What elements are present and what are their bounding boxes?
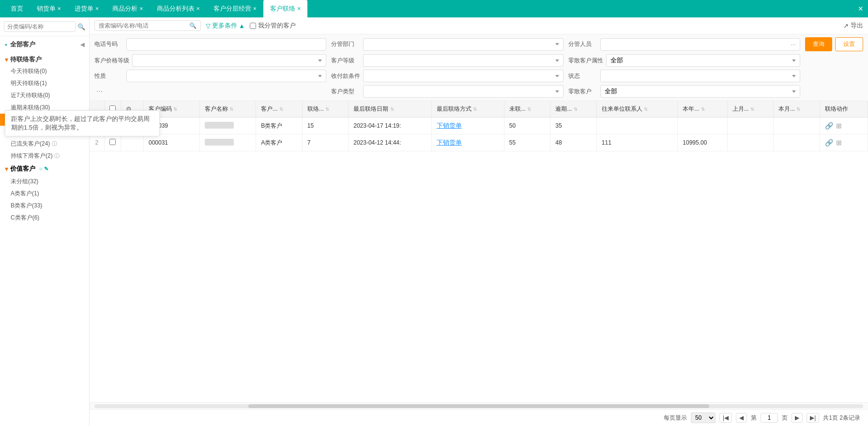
row-1-this-month [774,118,820,134]
dept-select[interactable] [363,38,563,51]
page-unit-label: 页 [782,414,788,422]
scattered-label: 零散客户 [568,88,597,96]
col-this-month[interactable]: 本月... ⇅ [774,101,820,118]
col-last-date[interactable]: 最后联络日期 ⇅ [349,101,431,118]
sidebar-item-churned[interactable]: 已流失客户(24) ⓘ [0,138,89,150]
price-level-select[interactable] [132,54,326,67]
nav-home[interactable]: 首页 [4,0,30,17]
row-2-link-icon[interactable]: 🔗 [825,139,833,147]
sidebar-item-today[interactable]: 今天待联络(0) [0,65,89,77]
cust-level-select[interactable] [363,54,563,67]
close-window-button[interactable]: × [858,4,863,14]
sidebar-all-customers[interactable]: ▪ 全部客户 ◀ [0,36,89,53]
pagination-bar: 每页显示 50 20 100 |◀ ◀ 第 页 ▶ ▶| 共1页 2条记录 [90,409,868,426]
nav-customer-contact[interactable]: 客户联络 × [263,0,307,17]
per-page-label: 每页显示 [664,414,687,422]
scrollbar-track [94,404,863,408]
more-dot-button[interactable]: ··· [94,87,105,96]
row-2-action-icons: 🔗 ⊞ [825,139,863,147]
row-2-last-way: 下销货单 [431,134,504,151]
horizontal-scrollbar[interactable] [90,402,868,409]
table-body: 1 000039 B类客户 15 2023-04-17 14:19: 下销货单 … [90,118,868,151]
sidebar-item-class-c[interactable]: C类客户(6) [0,212,89,224]
row-2-grid-icon[interactable]: ⊞ [836,139,842,147]
page-number-input[interactable] [761,413,778,423]
col-overdue[interactable]: 逾期... ⇅ [550,101,597,118]
sidebar-item-tomorrow[interactable]: 明天待联络(1) [0,77,89,89]
nav-sales[interactable]: 销货单 × [30,0,68,17]
phone-label: 电话号码 [94,40,123,48]
first-page-button[interactable]: |◀ [719,413,732,423]
filter-icon: ▽ [206,22,211,29]
row-2-overdue: 48 [550,134,597,151]
my-customers-checkbox[interactable] [250,23,256,29]
nature-select[interactable] [126,70,326,82]
cust-type-select[interactable] [363,85,563,98]
sidebar-search-input[interactable] [4,21,76,32]
nav-product-analysis-list[interactable]: 商品分析列表 × [150,0,207,17]
filter-row-2: 客户价格等级 客户等级 零散客户属性 全部 [94,54,863,67]
filter-rows: 电话号码 分管部门 分管人员 ··· 查询 设置 [90,34,868,101]
scattered-select[interactable]: 全部 [600,85,800,98]
row-1-link-icon[interactable]: 🔗 [825,122,833,130]
edit-group-icon[interactable]: ○ ✎ [39,166,48,172]
more-conditions-button[interactable]: ▽ 更多条件 ▲ [206,21,245,30]
status-select[interactable] [600,70,800,82]
sidebar-item-declining[interactable]: 持续下滑客户(2) ⓘ [0,150,89,162]
filter-more-dot: ··· [94,87,326,96]
query-button[interactable]: 查询 [805,37,832,51]
col-contact[interactable]: 联络... ⇅ [302,101,349,118]
row-2-last-way-link[interactable]: 下销货单 [437,139,462,146]
scrollbar-thumb[interactable] [248,404,710,408]
col-name[interactable]: 客户名称 ⇅ [199,101,256,118]
col-uncontacted[interactable]: 未联... ⇅ [504,101,550,118]
filter-nature: 性质 [94,70,326,82]
phone-input[interactable] [126,38,326,51]
row-1-grid-icon[interactable]: ⊞ [836,122,842,130]
nature-label: 性质 [94,72,123,80]
content-area: 🔍 ▽ 更多条件 ▲ 我分管的客户 ↗ 导出 电话号码 [90,17,868,426]
prev-page-button[interactable]: ◀ [736,413,747,423]
col-last-way[interactable]: 最后联络方式 ⇅ [431,101,504,118]
sidebar-item-unclassified[interactable]: 未分组(32) [0,176,89,188]
dept-label: 分管部门 [331,40,360,48]
nav-product-analysis[interactable]: 商品分析 × [106,0,150,17]
sidebar-item-7days[interactable]: 近7天待联络(0) [0,89,89,102]
col-last-month[interactable]: 上月... ⇅ [727,101,774,118]
col-this-year[interactable]: 本年... ⇅ [678,101,727,118]
payment-select[interactable] [363,70,563,82]
nav-purchase[interactable]: 进货单 × [68,0,106,17]
col-action: 联络动作 [820,101,868,118]
row-2-type: A类客户 [256,134,303,151]
sidebar: 🔍 ▪ 全部客户 ◀ ▾ 待联络客户 今天待联络(0) 明天待联络(1) 近7天… [0,17,90,426]
export-button[interactable]: ↗ 导出 [843,21,863,30]
search-input[interactable] [99,22,187,29]
nav-customer-layering[interactable]: 客户分层经营 × [207,0,263,17]
col-type[interactable]: 客户... ⇅ [256,101,303,118]
row-1-last-way-link[interactable]: 下销货单 [437,122,462,129]
row-1-type: B类客户 [256,118,303,134]
sidebar-item-class-a[interactable]: A类客户(1) [0,188,89,200]
row-2-contact: 7 [302,134,349,151]
row-1-action-icons: 🔗 ⊞ [825,122,863,130]
price-level-label: 客户价格等级 [94,57,129,65]
next-page-button[interactable]: ▶ [792,413,803,423]
col-contact-person[interactable]: 往来单位联系人 ⇅ [596,101,677,118]
row-2-checkbox[interactable] [109,139,116,145]
row-1-last-way: 下销货单 [431,118,504,134]
sidebar-group-pending[interactable]: ▾ 待联络客户 [0,53,89,65]
row-2-contact-person: 111 [596,134,677,151]
filter-person: 分管人员 ··· [568,38,800,51]
scattered-attr-select[interactable]: 全部 [606,54,800,67]
row-2-action: 🔗 ⊞ [820,134,868,151]
row-1-contact-person [596,118,677,134]
main-layout: 🔍 ▪ 全部客户 ◀ ▾ 待联络客户 今天待联络(0) 明天待联络(1) 近7天… [0,17,868,426]
row-1-action: 🔗 ⊞ [820,118,868,134]
sidebar-item-class-b[interactable]: B类客户(33) [0,200,89,212]
sidebar-collapse-icon: ◀ [80,42,84,48]
settings-button[interactable]: 设置 [835,37,863,51]
last-page-button[interactable]: ▶| [807,413,819,423]
per-page-select[interactable]: 50 20 100 [691,412,716,423]
person-select[interactable]: ··· [600,38,800,51]
row-2-code: 000031 [144,134,200,151]
